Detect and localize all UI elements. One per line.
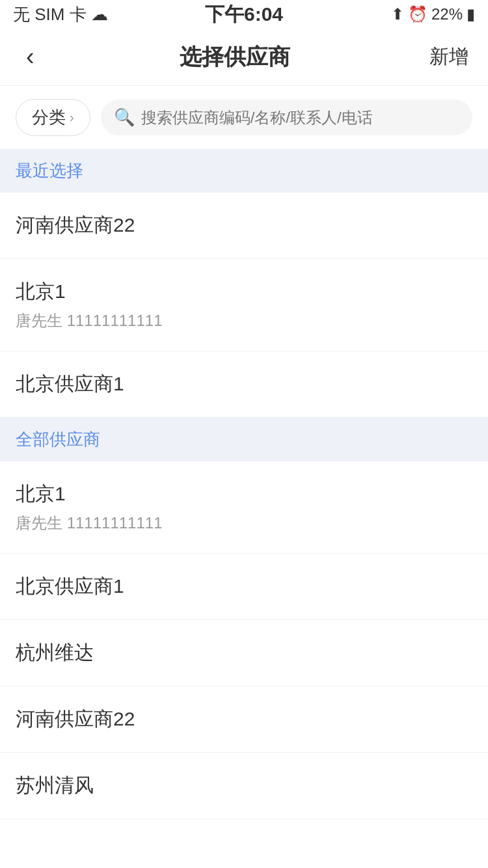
chevron-right-icon: › [70,110,74,125]
item-name: 北京1 [16,278,472,305]
item-name: 北京1 [16,481,472,508]
status-left: 无 SIM 卡 ☁ [13,3,108,26]
search-container: 🔍 [101,100,472,135]
item-name: 杭州维达 [16,640,472,666]
recent-list: 河南供应商22北京1唐先生 11111111111北京供应商1 [0,193,488,418]
add-button[interactable]: 新增 [429,44,468,70]
all-section-header: 全部供应商 [0,418,488,461]
item-name: 北京供应商1 [16,573,472,600]
item-name: 苏州清风 [16,772,472,799]
recent-section-header: 最近选择 [0,149,488,193]
list-item[interactable]: 北京供应商1 [0,351,488,418]
list-item[interactable]: 北京1唐先生 11111111111 [0,259,488,351]
all-list: 北京1唐先生 11111111111北京供应商1杭州维达河南供应商22苏州清风 [0,461,488,819]
page-title: 选择供应商 [180,42,290,72]
list-item[interactable]: 北京1唐先生 11111111111 [0,461,488,554]
battery-level: 22% [431,5,463,23]
search-icon: 🔍 [114,107,135,128]
category-label: 分类 [32,106,66,129]
status-right: ⬆ ⏰ 22% ▮ [391,5,475,23]
item-sub: 唐先生 11111111111 [16,513,472,534]
list-item[interactable]: 北京供应商1 [0,554,488,620]
item-sub: 唐先生 11111111111 [16,310,472,331]
status-bar: 无 SIM 卡 ☁ 下午6:04 ⬆ ⏰ 22% ▮ [0,0,488,29]
battery-icon: ▮ [467,5,475,23]
item-name: 河南供应商22 [16,212,472,239]
status-time: 下午6:04 [205,1,283,28]
item-name: 北京供应商1 [16,371,472,398]
filter-bar: 分类 › 🔍 [0,86,488,149]
nav-bar: ‹ 选择供应商 新增 [0,29,488,86]
back-button[interactable]: ‹ [20,36,41,77]
search-input[interactable] [141,109,459,127]
list-item[interactable]: 苏州清风 [0,753,488,819]
list-item[interactable]: 河南供应商22 [0,686,488,753]
list-item[interactable]: 杭州维达 [0,620,488,686]
sim-status: 无 SIM 卡 ☁ [13,3,108,26]
location-icon: ⬆ [391,5,404,23]
list-item[interactable]: 河南供应商22 [0,193,488,259]
item-name: 河南供应商22 [16,706,472,733]
alarm-icon: ⏰ [408,5,427,23]
category-filter[interactable]: 分类 › [16,99,90,136]
